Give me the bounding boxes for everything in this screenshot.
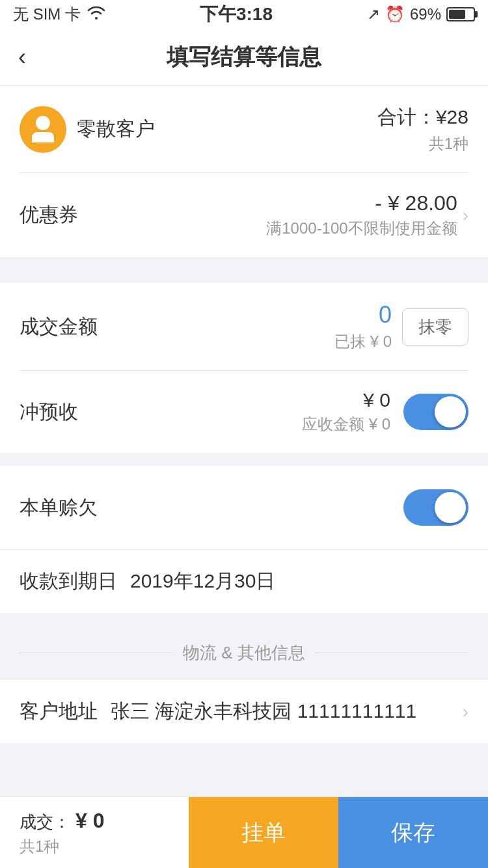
battery-fill <box>449 10 465 19</box>
avatar-body <box>32 132 54 142</box>
section-gap-1 <box>0 270 488 283</box>
logistics-text: 物流 & 其他信息 <box>183 642 305 664</box>
content: 零散客户 合计：¥28 共1种 优惠券 - ¥ 28.00 满1000-100不… <box>0 86 488 821</box>
save-button[interactable]: 保存 <box>338 797 488 869</box>
toggle-knob <box>435 396 466 427</box>
wifi-icon <box>87 5 105 23</box>
status-time: 下午3:18 <box>200 2 273 27</box>
bottom-total-row: 成交： ¥ 0 <box>20 809 169 834</box>
location-icon: ↗ <box>367 5 380 23</box>
total-count: 共1种 <box>377 133 468 154</box>
bottom-count: 共1种 <box>20 836 169 857</box>
prepay-amount-wrap: ¥ 0 应收金额 ¥ 0 <box>302 389 390 435</box>
transaction-label: 成交金额 <box>20 314 98 340</box>
prepay-right: ¥ 0 应收金额 ¥ 0 <box>302 389 468 435</box>
logistics-section: 物流 & 其他信息 <box>0 626 488 680</box>
section-gap-2 <box>0 453 488 466</box>
round-button[interactable]: 抹零 <box>402 308 468 346</box>
prepay-amount: ¥ 0 <box>302 389 390 411</box>
credit-section: 本单赊欠 收款到期日 2019年12月30日 <box>0 466 488 613</box>
customer-left: 零散客户 <box>20 106 155 153</box>
customer-avatar <box>20 106 66 153</box>
battery-icon <box>446 7 475 21</box>
customer-right: 合计：¥28 共1种 <box>377 104 468 154</box>
customer-name: 零散客户 <box>77 116 155 142</box>
logistics-line-right <box>316 653 468 653</box>
logistics-line-left <box>20 653 172 653</box>
coupon-desc: 满1000-100不限制使用金额 <box>266 218 457 239</box>
transaction-amount-row: 成交金额 0 已抹 ¥ 0 抹零 <box>0 283 488 370</box>
prepay-sub: 应收金额 ¥ 0 <box>302 414 390 435</box>
customer-row: 零散客户 合计：¥28 共1种 <box>0 86 488 172</box>
due-date-row: 收款到期日 2019年12月30日 <box>0 549 488 613</box>
status-bar: 无 SIM 卡 下午3:18 ↗ ⏰ 69% <box>0 0 488 29</box>
credit-label: 本单赊欠 <box>20 495 98 521</box>
amount-section: 成交金额 0 已抹 ¥ 0 抹零 冲预收 ¥ 0 应收金额 ¥ 0 <box>0 283 488 453</box>
avatar-head <box>36 116 50 130</box>
credit-toggle[interactable] <box>403 489 468 526</box>
prepay-label: 冲预收 <box>20 399 78 426</box>
bottom-total-amount: ¥ 0 <box>75 809 104 833</box>
transaction-sub: 已抹 ¥ 0 <box>334 331 392 352</box>
alarm-icon: ⏰ <box>385 5 405 23</box>
logistics-divider: 物流 & 其他信息 <box>20 642 468 664</box>
address-row[interactable]: 客户地址 张三 海淀永丰科技园 11111111111 › <box>0 680 488 743</box>
total-amount: 合计：¥28 <box>377 104 468 131</box>
address-arrow-icon: › <box>463 701 468 722</box>
customer-section: 零散客户 合计：¥28 共1种 优惠券 - ¥ 28.00 满1000-100不… <box>0 86 488 257</box>
coupon-label: 优惠券 <box>20 202 78 228</box>
credit-row: 本单赊欠 <box>0 466 488 549</box>
page-title: 填写结算等信息 <box>167 42 321 72</box>
coupon-text: - ¥ 28.00 满1000-100不限制使用金额 <box>266 191 457 239</box>
sim-indicator: 无 SIM 卡 <box>13 4 81 25</box>
address-label: 客户地址 <box>20 698 98 725</box>
credit-toggle-knob <box>435 492 466 523</box>
bottom-total-label: 成交： <box>20 811 70 834</box>
due-date-label: 收款到期日 <box>20 568 117 595</box>
nav-bar: ‹ 填写结算等信息 <box>0 29 488 86</box>
transaction-val-wrap: 0 已抹 ¥ 0 <box>334 301 392 352</box>
transaction-right: 0 已抹 ¥ 0 抹零 <box>334 301 468 352</box>
section-gap-3 <box>0 613 488 626</box>
coupon-amount: - ¥ 28.00 <box>266 191 457 215</box>
bottom-bar: 成交： ¥ 0 共1种 挂单 保存 <box>0 796 488 868</box>
battery-percent: 69% <box>410 5 441 23</box>
bottom-info: 成交： ¥ 0 共1种 <box>0 809 189 857</box>
avatar-icon <box>32 116 54 142</box>
back-button[interactable]: ‹ <box>18 44 26 71</box>
transaction-value: 0 <box>334 301 392 329</box>
coupon-right: - ¥ 28.00 满1000-100不限制使用金额 › <box>266 191 468 239</box>
due-date-value[interactable]: 2019年12月30日 <box>130 568 275 595</box>
coupon-row[interactable]: 优惠券 - ¥ 28.00 满1000-100不限制使用金额 › <box>0 173 488 257</box>
prepay-row: 冲预收 ¥ 0 应收金额 ¥ 0 <box>0 371 488 453</box>
address-value: 张三 海淀永丰科技园 11111111111 <box>111 698 463 725</box>
coupon-arrow-icon: › <box>463 205 468 226</box>
status-left: 无 SIM 卡 <box>13 4 105 25</box>
status-right: ↗ ⏰ 69% <box>367 5 475 23</box>
hang-button[interactable]: 挂单 <box>189 797 338 869</box>
prepay-toggle[interactable] <box>403 394 468 430</box>
